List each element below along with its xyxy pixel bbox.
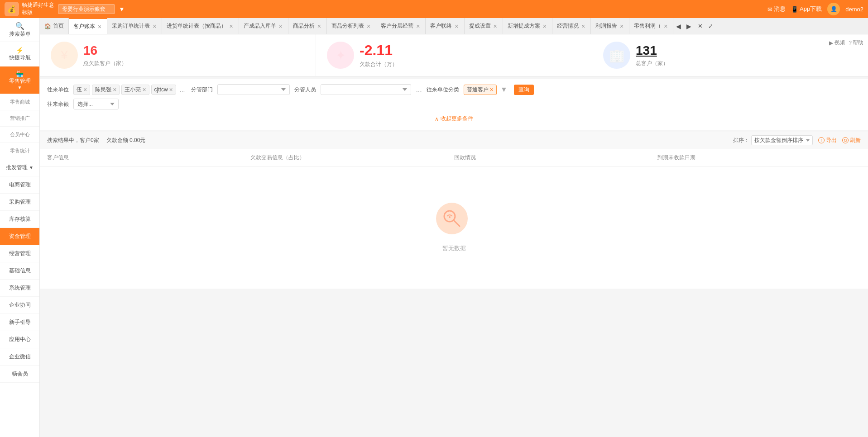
tab-customer-contact[interactable]: 客户联络 × <box>426 18 464 34</box>
main-layout: 🔍 搜索菜单 ⚡ 快捷导航 🏪 零售管理 ▼ 零售商城 营销推广 会员中心 <box>0 18 868 437</box>
username-label[interactable]: demo2 <box>845 6 863 13</box>
stats-bar: ¥ 16 总欠款客户（家） ✦ -2.11 <box>40 34 868 77</box>
collapse-btn[interactable]: ∧ 收起更多条件 <box>47 113 861 124</box>
filter-tag-chen: 陈民强 × <box>92 85 120 95</box>
tab-next-btn[interactable]: ▶ <box>684 23 694 30</box>
tab-goods-analysis[interactable]: 商品分析 × <box>288 18 327 34</box>
tab-close-customer-layer[interactable]: × <box>415 23 421 29</box>
tab-customer-layer[interactable]: 客户分层经营 × <box>376 18 426 34</box>
tab-goods-analysis-list[interactable]: 商品分析列表 × <box>327 18 376 34</box>
more-tags-btn[interactable]: ... <box>178 85 187 94</box>
sidebar-item-system[interactable]: 系统管理 <box>0 280 39 297</box>
tab-account-book[interactable]: 客户账本 × <box>69 18 107 34</box>
stat-debt-total: ✦ -2.11 欠款合计（万） <box>316 34 592 76</box>
remove-tag-chen[interactable]: × <box>113 86 116 93</box>
balance-select-wrap: 选择... <box>73 99 119 109</box>
sidebar-item-wholesale[interactable]: 批发管理 ▼ <box>0 159 39 176</box>
total-customers-label: 总欠款客户（家） <box>83 60 127 67</box>
sidebar-item-retail[interactable]: 🏪 零售管理 ▼ <box>0 66 39 94</box>
account-selector[interactable]: 母婴行业演示账套 <box>58 4 115 14</box>
remove-category-tag[interactable]: × <box>490 86 494 93</box>
total-customers2-label: 总客户（家） <box>636 60 668 67</box>
empty-icon-circle <box>436 203 468 234</box>
empty-search-svg <box>441 207 463 230</box>
tab-close-operation[interactable]: × <box>580 23 586 29</box>
top-bar: 💰 畅捷通好生意 标版 母婴行业演示账套 ▼ ✉ 消息 📱 App下载 👤 <box>0 0 868 18</box>
download-btn[interactable]: 📱 App下载 <box>791 5 822 13</box>
staff-dots[interactable]: ... <box>416 86 422 94</box>
tab-close-product-stock[interactable]: × <box>278 23 283 29</box>
sidebar-item-nav[interactable]: ⚡ 快捷导航 <box>0 42 39 66</box>
sidebar-item-wechat[interactable]: 企业微信 <box>0 348 39 366</box>
sidebar-item-apps[interactable]: 应用中心 <box>0 331 39 348</box>
tab-commission-setting[interactable]: 提成设置 × <box>465 18 503 34</box>
sidebar-item-collab[interactable]: 企业协同 <box>0 297 39 314</box>
tab-close-retail-profit[interactable]: × <box>663 23 668 29</box>
sidebar-item-ecommerce[interactable]: 电商管理 <box>0 176 39 194</box>
sidebar-item-member[interactable]: 会员中心 <box>0 127 39 143</box>
sidebar-item-search[interactable]: 🔍 搜索菜单 <box>0 18 39 42</box>
tab-prev-btn[interactable]: ◀ <box>673 23 684 30</box>
tab-profit-report[interactable]: 利润报告 × <box>591 18 629 34</box>
tab-close-goods-list[interactable]: × <box>366 23 371 29</box>
tab-operation[interactable]: 经营情况 × <box>552 18 591 34</box>
category-dropdown[interactable]: ▼ <box>499 86 509 94</box>
sidebar-item-purchase[interactable]: 采购管理 <box>0 194 39 211</box>
tab-add-commission[interactable]: 新增提成方案 × <box>503 18 552 34</box>
debt-amount-text: 欠款金额 0.00元 <box>106 137 146 144</box>
tab-home[interactable]: 🏠 首页 <box>40 18 69 34</box>
filter-tags: 伍 × 陈民强 × 王小亮 × <box>73 85 187 95</box>
query-button[interactable]: 查询 <box>514 85 534 95</box>
filter-tag-category: 普通客户 × <box>464 85 497 95</box>
refresh-btn[interactable]: ↻ 刷新 <box>842 137 861 144</box>
balance-select[interactable]: 选择... <box>73 99 119 109</box>
stat-text-debt: -2.11 欠款合计（万） <box>360 42 398 68</box>
sidebar-item-guide[interactable]: 新手引导 <box>0 314 39 331</box>
logo-icon: 💰 <box>5 2 19 16</box>
export-btn[interactable]: ↑ 导出 <box>818 137 837 144</box>
sidebar-item-retail-stats[interactable]: 零售统计 <box>0 143 39 159</box>
filter-tag-cjttcw: cjttcw × <box>151 85 176 95</box>
tab-close-commission[interactable]: × <box>493 23 498 29</box>
tab-close-account-book[interactable]: × <box>97 24 102 30</box>
remove-tag-cjttcw[interactable]: × <box>169 86 173 93</box>
tab-goods-stats[interactable]: 进货单统计表（按商品） × <box>162 18 239 34</box>
sidebar-item-basic[interactable]: 基础信息 <box>0 262 39 280</box>
filter-tag-wang: 王小亮 × <box>121 85 149 95</box>
messages-btn[interactable]: ✉ 消息 <box>767 5 786 13</box>
staff-select[interactable] <box>321 84 411 95</box>
sidebar-item-retail-shop[interactable]: 零售商城 <box>0 94 39 110</box>
remove-tag-wu[interactable]: × <box>83 86 87 93</box>
tab-bar: 🏠 首页 客户账本 × 采购订单统计表 × 进货单统计表（按商品） × 产成品入… <box>40 18 868 34</box>
video-btn[interactable]: ▶ 视频 <box>829 39 845 47</box>
tab-close-profit[interactable]: × <box>619 23 624 29</box>
dept-select[interactable] <box>217 84 290 95</box>
debt-icon-bg: ✦ <box>327 42 354 69</box>
debt-total-label: 欠款合计（万） <box>360 61 398 68</box>
sidebar-item-marketing[interactable]: 营销推广 <box>0 110 39 127</box>
staff-label: 分管人员 <box>294 86 316 94</box>
tab-purchase-stats[interactable]: 采购订单统计表 × <box>107 18 162 34</box>
tab-close-add-commission[interactable]: × <box>542 23 547 29</box>
tab-retail-profit[interactable]: 零售利润（ × <box>629 18 673 34</box>
refresh-icon: ↻ <box>842 137 849 143</box>
table-header: 客户信息 欠款交易信息（占比） 回款情况 到期未收款日期 <box>40 149 868 166</box>
sidebar-item-operation[interactable]: 经营管理 <box>0 245 39 262</box>
stat-text-customers: 16 总欠款客户（家） <box>83 43 127 67</box>
user-avatar[interactable]: 👤 <box>827 3 840 15</box>
sidebar-item-finance[interactable]: 资金管理 <box>0 228 39 245</box>
tab-close-goods-analysis[interactable]: × <box>317 23 322 29</box>
help-btn[interactable]: ? 帮助 <box>849 39 863 47</box>
th-debt: 欠款交易信息（占比） <box>250 154 454 162</box>
tab-product-stock[interactable]: 产成品入库单 × <box>239 18 288 34</box>
tab-close-customer-contact[interactable]: × <box>454 23 459 29</box>
tab-close-purchase[interactable]: × <box>152 23 157 29</box>
sidebar-item-inventory[interactable]: 库存核算 <box>0 211 39 228</box>
tab-close-goods-stats[interactable]: × <box>228 23 234 29</box>
remove-tag-wang[interactable]: × <box>142 86 146 93</box>
sidebar-item-member2[interactable]: 畅会员 <box>0 366 39 383</box>
tab-close-all-btn[interactable]: ✕ <box>694 23 706 29</box>
tab-maximize-btn[interactable]: ⤢ <box>706 23 715 29</box>
sort-select[interactable]: 按欠款金额倒序排序 <box>751 135 813 145</box>
top-bar-left: 💰 畅捷通好生意 标版 母婴行业演示账套 ▼ <box>5 2 125 16</box>
